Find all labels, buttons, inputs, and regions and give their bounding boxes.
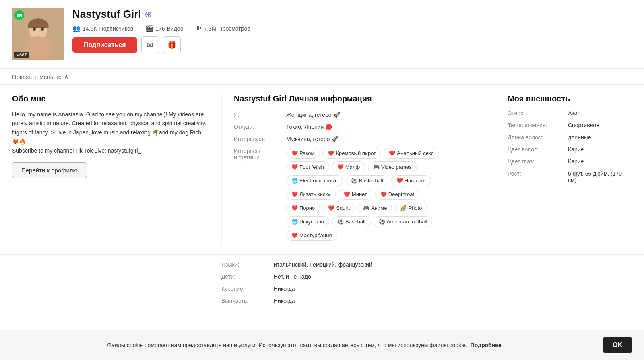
hair-color-value: Карие <box>568 146 584 153</box>
tag-emoji: ❤️ <box>291 164 298 170</box>
tag-american-football: ⚽American football <box>374 216 432 227</box>
videos-count: 176 <box>155 25 165 32</box>
appearance-title: Моя внешность <box>508 94 632 103</box>
about-title: Обо мне <box>12 94 209 103</box>
info-row-interests: Интересы и фетиши : ❤️Раком ❤️Кремовый п… <box>234 148 483 241</box>
hair-color-label: Цвет волос: <box>508 146 564 153</box>
tag-emoji: ❤️ <box>389 150 395 156</box>
profile-name: Nastystuf Girl <box>72 8 141 21</box>
smoking-value: Никогда <box>274 286 295 292</box>
tag-electronic-music: 🌐Electronic music <box>286 175 343 186</box>
views-label: Просмотров <box>219 25 250 32</box>
svg-marker-6 <box>20 14 22 17</box>
tag-basketball: ⚽Basketball <box>346 175 388 186</box>
interests-label: Интересы и фетиши : <box>234 148 282 161</box>
tag-emoji: ❤️ <box>291 232 298 238</box>
stats-row: 👥 14,6K Подписчиков 🎬 176 Видео 👁 7,3М П… <box>72 25 632 32</box>
svg-point-4 <box>41 27 44 31</box>
tag-baseball: ⚽Baseball <box>332 216 371 227</box>
message-button[interactable]: ✉ <box>141 36 159 54</box>
profile-name-row: Nastystuf Girl ⊕ <box>72 8 632 21</box>
hair-length-label: Длина волос: <box>508 134 564 141</box>
gender-label: Я: <box>234 112 282 118</box>
interested-label: Интересует: <box>234 136 282 142</box>
profile-header: #667 Nastystuf Girl ⊕ 👥 14,6K Подписчико… <box>0 0 644 69</box>
tag-squirt: ❤️Squirt <box>323 203 355 213</box>
tag-masturbation: ❤️Мастурбация <box>286 230 337 241</box>
tag-emoji: ⚽ <box>351 178 357 184</box>
smoking-label: Курение: <box>221 286 270 292</box>
live-badge <box>14 10 24 20</box>
children-value: Нет, и не надо <box>274 273 311 280</box>
eye-color-label: Цвет глаз: <box>508 158 564 165</box>
tag-emoji: ❤️ <box>337 164 344 170</box>
appearance-hair-color: Цвет волос: Карие <box>508 146 632 153</box>
lower-drinking: Выпивать: Никогда <box>221 298 503 304</box>
appearance-eye-color: Цвет глаз: Карие <box>508 158 632 165</box>
views-stat: 👁 7,3М Просмотров <box>195 25 250 32</box>
tag-emoji: 🎮 <box>373 164 380 170</box>
lower-info: Языки: итальянский, немецкий, французски… <box>0 254 644 342</box>
info-row-location: Откуда: Токио, Япония 🔴 <box>234 124 483 130</box>
videos-icon: 🎬 <box>145 25 153 32</box>
lower-smoking: Курение: Никогда <box>221 286 503 292</box>
tag-emoji: 🌐 <box>291 178 298 184</box>
subscribe-button[interactable]: Подписаться <box>72 37 137 53</box>
height-value: 5 фут. 66 дюйм. (170 см) <box>568 170 632 183</box>
tag-foot-fetish: ❤️Foot fetish <box>286 161 329 172</box>
subscribers-stat: 👥 14,6K Подписчиков <box>72 25 133 32</box>
cookie-ok-button[interactable]: OK <box>603 337 632 342</box>
tag-milf: ❤️Милф <box>332 161 365 172</box>
tag-deepthroat: ❤️Deepthroat <box>375 189 419 200</box>
tag-emoji: ❤️ <box>291 191 298 197</box>
body-label: Телосложение: <box>508 122 564 128</box>
tags-container: ❤️Раком ❤️Кремовый пирог ❤️Анальный секс… <box>286 148 455 241</box>
tag-hardcore: ❤️Hardcore <box>391 175 431 186</box>
ethnicity-label: Этнос: <box>508 110 564 116</box>
profile-info: Nastystuf Girl ⊕ 👥 14,6K Подписчиков 🎬 1… <box>72 8 632 54</box>
tag-lick: ❤️Лизать киску <box>286 189 336 200</box>
eye-color-value: Карие <box>568 158 584 165</box>
avatar-wrapper: #667 <box>12 8 64 60</box>
tag-art: 🌐Искусство <box>286 216 329 227</box>
tag-anal: ❤️Анальный секс <box>384 148 439 159</box>
ethnicity-value: Азия <box>568 110 580 116</box>
gift-button[interactable]: 🎁 <box>163 36 181 54</box>
tag-emoji: ❤️ <box>328 150 334 156</box>
hair-length-value: длинные <box>568 134 591 141</box>
info-row-interested: Интересует: Мужчина, гетеро 🚀 <box>234 136 483 142</box>
subscribers-icon: 👥 <box>72 25 80 32</box>
tag-video-games: 🎮Video games <box>368 161 417 172</box>
appearance-height: Рост: 5 фут. 66 дюйм. (170 см) <box>508 170 632 183</box>
actions-row: Подписаться ✉ 🎁 <box>72 36 632 54</box>
appearance-ethnicity: Этнос: Азия <box>508 110 632 116</box>
tag-emoji: 🎮 <box>363 205 369 211</box>
subscribers-label: Подписчиков <box>99 25 134 32</box>
subscribers-count: 14,6K <box>83 25 97 32</box>
views-count: 7,3М <box>204 25 216 32</box>
cookie-banner: Файлы cookie помогают нам предоставлять … <box>0 330 644 342</box>
go-to-profile-button[interactable]: Перейти к профилю <box>12 162 87 178</box>
rank-badge: #667 <box>14 52 29 58</box>
height-label: Рост: <box>508 170 564 183</box>
children-label: Дети: <box>221 273 270 280</box>
info-row-gender: Я: Женщина, гетеро 🚀 <box>234 112 483 118</box>
tag-cream: ❤️Кремовый пирог <box>322 148 381 159</box>
show-less-button[interactable]: Показать меньше ∧ <box>12 73 68 80</box>
languages-value: итальянский, немецкий, французский <box>274 261 372 268</box>
drinking-label: Выпивать: <box>221 298 270 304</box>
tag-bj: ❤️Минет <box>339 189 372 200</box>
tag-emoji: 🌈 <box>400 205 407 211</box>
gender-value: Женщина, гетеро 🚀 <box>286 112 340 118</box>
about-text: Hello, my name is Anastasia. Glad to see… <box>12 110 209 155</box>
tag-emoji: ❤️ <box>291 150 298 156</box>
tag-emoji: ❤️ <box>380 191 387 197</box>
videos-label: Видео <box>167 25 184 32</box>
appearance-section: Моя внешность Этнос: Азия Телосложение: … <box>495 94 632 246</box>
tag-emoji: ⚽ <box>337 219 344 225</box>
tag-emoji: 🌐 <box>291 219 298 225</box>
personal-info-title: Nastystuf Girl Личная информация <box>234 94 483 103</box>
drinking-value: Никогда <box>274 298 295 304</box>
about-section: Обо мне Hello, my name is Anastasia. Gla… <box>12 94 221 246</box>
appearance-body: Телосложение: Спортивное <box>508 122 632 128</box>
